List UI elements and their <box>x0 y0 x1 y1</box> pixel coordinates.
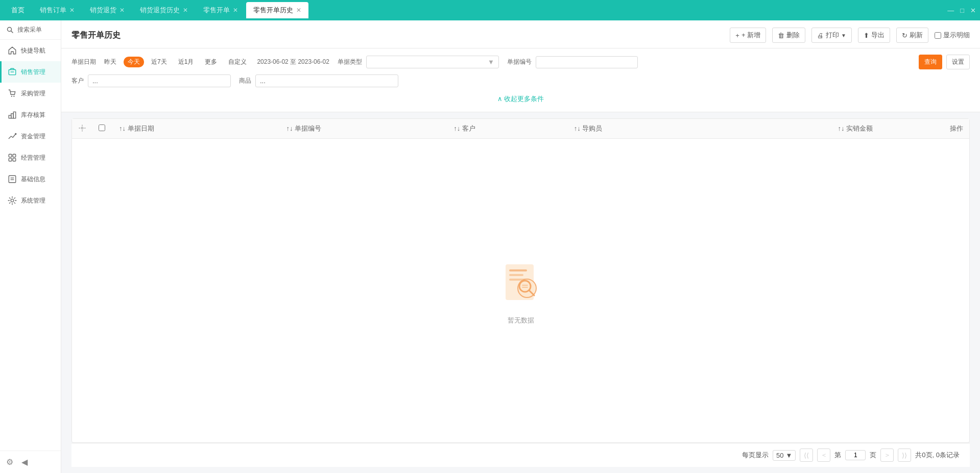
doc-type-filter: 单据类型 ▼ <box>338 56 499 68</box>
tab-sales-order[interactable]: 销售订单 ✕ <box>33 2 82 18</box>
refresh-icon: ↻ <box>902 32 907 39</box>
sidebar-bottom: ⚙ ◀ <box>0 451 61 473</box>
empty-icon <box>495 257 546 308</box>
date-1month[interactable]: 近1月 <box>174 57 198 67</box>
date-today[interactable]: 今天 <box>124 57 144 67</box>
select-all-checkbox[interactable] <box>99 125 105 131</box>
svg-point-17 <box>11 199 14 202</box>
date-shortcuts: 昨天 今天 近7天 近1月 更多 自定义 <box>100 57 251 67</box>
tab-retail-open-history[interactable]: 零售开单历史 ✕ <box>246 2 308 18</box>
inventory-icon <box>8 110 17 119</box>
sales-icon <box>8 67 17 77</box>
customer-label: 客户 <box>71 77 84 85</box>
sidebar-item-purchase-mgmt[interactable]: 采购管理 <box>0 83 61 104</box>
date-7days[interactable]: 近7天 <box>147 57 171 67</box>
customer-filter: 客户 ... <box>71 74 231 87</box>
svg-rect-12 <box>9 158 12 161</box>
doc-no-input[interactable] <box>536 56 638 68</box>
date-yesterday[interactable]: 昨天 <box>100 57 121 67</box>
main-layout: 搜索采单 快捷导航 销售管理 采购管理 <box>0 20 980 473</box>
col-checkbox[interactable] <box>92 119 113 139</box>
doc-type-select[interactable]: ▼ <box>366 56 499 68</box>
sidebar-item-system[interactable]: 系统管理 <box>0 190 61 211</box>
tab-retail-open-label: 零售开单 <box>203 6 230 15</box>
col-doc-no-label: ↑↓ 单据编号 <box>286 125 322 132</box>
last-page-btn[interactable]: ⟩⟩ <box>898 449 911 462</box>
query-button[interactable]: 查询 <box>919 55 942 69</box>
export-button[interactable]: ⬆ 导出 <box>858 28 890 43</box>
svg-point-18 <box>81 127 83 129</box>
print-label: 打印 <box>826 31 839 40</box>
svg-point-4 <box>11 96 12 97</box>
date-custom[interactable]: 自定义 <box>224 57 251 67</box>
date-filter: 单据日期 昨天 今天 近7天 近1月 更多 自定义 2023-06-02 至 2… <box>71 57 329 67</box>
tab-sales-order-close[interactable]: ✕ <box>69 7 75 14</box>
date-more[interactable]: 更多 <box>201 57 221 67</box>
delete-label: 删除 <box>786 31 800 40</box>
refresh-button[interactable]: ↻ 刷新 <box>896 28 928 43</box>
sidebar-item-sales-mgmt-label: 销售管理 <box>21 68 45 77</box>
print-icon: 🖨 <box>817 32 824 39</box>
page-label: 页 <box>870 451 876 460</box>
sidebar-item-finance[interactable]: 资金管理 <box>0 126 61 147</box>
page-size-value: 50 <box>776 452 783 459</box>
next-page-btn[interactable]: ＞ <box>880 449 894 462</box>
collapse-icon: ∧ <box>497 95 503 103</box>
page-size-select[interactable]: 50 ▼ <box>773 450 796 461</box>
sidebar-item-inventory[interactable]: 库存核算 <box>0 104 61 126</box>
delete-button[interactable]: 🗑 删除 <box>772 28 805 43</box>
col-amount[interactable]: ↑↓ 实销金额 <box>711 119 879 139</box>
col-doc-date[interactable]: ↑↓ 单据日期 <box>113 119 280 139</box>
col-guide[interactable]: ↑↓ 导购员 <box>568 119 712 139</box>
search-icon <box>6 26 14 34</box>
first-page-btn[interactable]: ⟨⟨ <box>800 449 813 462</box>
sidebar-item-sales-mgmt[interactable]: 销售管理 <box>0 61 61 83</box>
svg-rect-11 <box>13 154 16 157</box>
sidebar-settings-btn[interactable]: ⚙ <box>6 457 13 467</box>
tab-sales-return-history[interactable]: 销货退货历史 ✕ <box>133 2 195 18</box>
page-size-arrow: ▼ <box>785 452 792 459</box>
filter-collapse[interactable]: ∧ 收起更多条件 <box>71 92 970 106</box>
print-button[interactable]: 🖨 打印 ▼ <box>811 28 852 43</box>
tab-sales-return-history-close[interactable]: ✕ <box>183 7 188 14</box>
col-doc-no[interactable]: ↑↓ 单据编号 <box>280 119 448 139</box>
display-detail-checkbox[interactable] <box>935 32 941 39</box>
page-header: 零售开单历史 + + 新增 🗑 删除 🖨 打印 ▼ <box>61 20 980 48</box>
no-data-illustration <box>495 257 546 308</box>
sidebar-item-operations[interactable]: 经营管理 <box>0 147 61 168</box>
sidebar-search[interactable]: 搜索采单 <box>0 20 61 40</box>
prev-page-btn[interactable]: ＜ <box>817 449 830 462</box>
sidebar-collapse-btn[interactable]: ◀ <box>21 457 28 467</box>
delete-icon: 🗑 <box>778 32 784 39</box>
tab-retail-open[interactable]: 零售开单 ✕ <box>196 2 245 18</box>
svg-rect-14 <box>9 176 16 183</box>
sidebar-item-quick-nav[interactable]: 快捷导航 <box>0 40 61 61</box>
sidebar-item-operations-label: 经营管理 <box>21 154 45 162</box>
col-amount-label: ↑↓ 实销金额 <box>838 125 873 132</box>
tab-sales-return-close[interactable]: ✕ <box>119 7 125 14</box>
settings-button[interactable]: 设置 <box>946 55 970 69</box>
page-number-input[interactable] <box>845 450 866 460</box>
tab-sales-return[interactable]: 销货退货 ✕ <box>83 2 132 18</box>
maximize-btn[interactable]: □ <box>960 7 964 14</box>
doc-type-label: 单据类型 <box>338 58 362 66</box>
customer-select[interactable]: ... <box>88 74 231 87</box>
add-button[interactable]: + + 新增 <box>730 28 766 43</box>
minimize-btn[interactable]: — <box>947 7 954 14</box>
tab-retail-open-history-close[interactable]: ✕ <box>296 7 301 14</box>
print-dropdown-icon: ▼ <box>841 33 846 38</box>
tab-retail-open-close[interactable]: ✕ <box>233 7 238 14</box>
col-doc-date-label: ↑↓ 单据日期 <box>119 125 154 132</box>
col-settings[interactable] <box>72 119 92 139</box>
product-select[interactable]: ... <box>255 74 398 87</box>
customer-value: ... <box>92 77 98 85</box>
close-btn[interactable]: ✕ <box>970 7 976 14</box>
col-guide-label: ↑↓ 导购员 <box>574 125 603 132</box>
col-operation-label: 操作 <box>950 125 963 132</box>
sidebar-item-inventory-label: 库存核算 <box>21 111 45 119</box>
col-customer[interactable]: ↑↓ 客户 <box>447 119 568 139</box>
sidebar-item-basic-info[interactable]: 基础信息 <box>0 168 61 190</box>
dropdown-arrow-icon: ▼ <box>488 58 494 66</box>
tab-home[interactable]: 首页 <box>4 2 32 18</box>
total-label: 共0页, 0条记录 <box>915 451 960 460</box>
